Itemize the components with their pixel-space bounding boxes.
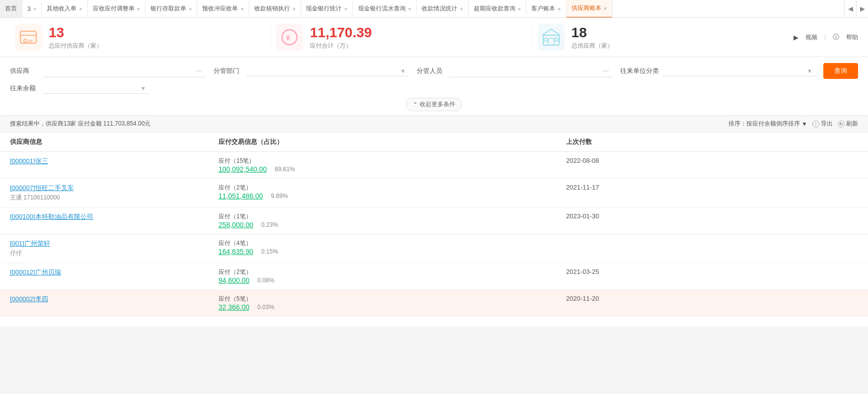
close-icon[interactable]: × bbox=[344, 6, 347, 12]
col-header-supplier: 供应商信息 bbox=[0, 132, 209, 152]
payable-label: 应付（1笔） bbox=[218, 212, 546, 221]
category-input-wrap: ▼ bbox=[662, 66, 816, 76]
nav-tab-cash-flow[interactable]: 现金银行流水查询 × bbox=[353, 0, 417, 18]
close-icon[interactable]: × bbox=[460, 6, 463, 12]
summary-card-payable-suppliers: 13 总应付供应商（家） bbox=[10, 24, 271, 51]
summary-bar-actions: ▶ 视频 | ⓘ 帮助 bbox=[794, 33, 858, 42]
supplier-name-link[interactable]: [000100]本特勒油品有限公司 bbox=[10, 213, 93, 220]
supplier-sub-info: 王通 17106110000 bbox=[10, 194, 199, 202]
collapse-up-icon: ⌃ bbox=[413, 101, 418, 108]
data-table-wrap: 供应商信息 应付交易信息（占比） 上次付数 [000001]张三应付（15笔）1… bbox=[0, 132, 868, 327]
balance-caret-icon[interactable]: ▼ bbox=[141, 85, 146, 91]
person-dots-btn[interactable]: ··· bbox=[602, 66, 609, 75]
category-caret-icon[interactable]: ▼ bbox=[807, 68, 812, 74]
total-suppliers-label: 总供应商（家） bbox=[572, 42, 613, 50]
nav-tab-receipt-stats[interactable]: 收款情况统计 × bbox=[417, 0, 468, 18]
supplier-name-link[interactable]: [000001]张三 bbox=[10, 157, 48, 165]
collapse-button[interactable]: ⌃ 收起更多条件 bbox=[406, 98, 462, 111]
svg-text:¥: ¥ bbox=[286, 34, 290, 42]
nav-tab-collection[interactable]: 收款核销执行 × bbox=[249, 0, 301, 18]
help-icon: ⓘ bbox=[833, 33, 839, 42]
payable-percentage: 89.61% bbox=[275, 166, 295, 173]
nav-tab-cash-stats[interactable]: 现金银行统计 × bbox=[301, 0, 353, 18]
nav-tab-supplier-ledger[interactable]: 供应商账本 × bbox=[567, 0, 612, 18]
svg-rect-10 bbox=[555, 38, 558, 41]
query-button[interactable]: 查询 bbox=[823, 63, 858, 79]
nav-tab-customer-ledger[interactable]: 客户账本 × bbox=[526, 0, 566, 18]
nav-prev-arrow[interactable]: ◀ bbox=[844, 0, 856, 18]
payable-amount[interactable]: 11,051,486.00 bbox=[218, 192, 263, 200]
nav-tab-adjustment[interactable]: 应收应付调整单 × bbox=[88, 0, 145, 18]
payable-label: 应付（4笔） bbox=[218, 239, 546, 248]
filter-supplier: 供应商 ··· bbox=[10, 65, 206, 77]
refresh-button[interactable]: ↻ 刷新 bbox=[838, 120, 858, 128]
last-pay-cell bbox=[556, 234, 868, 263]
nav-tab-other-income[interactable]: 其他收入单 × bbox=[42, 0, 87, 18]
summary-total-text: 11,170.39 应付合计（万） bbox=[310, 24, 372, 51]
dept-caret-icon[interactable]: ▼ bbox=[400, 68, 406, 74]
nav-tab-home[interactable]: 首页 bbox=[0, 0, 22, 18]
close-icon[interactable]: × bbox=[240, 6, 243, 12]
supplier-input-wrap: ··· bbox=[43, 65, 206, 77]
payable-amount[interactable]: 258,000.00 bbox=[218, 221, 253, 229]
dept-input[interactable] bbox=[249, 67, 401, 74]
payable-label: 应付（2笔） bbox=[218, 268, 546, 276]
top-navigation: 首页 3 × 其他收入单 × 应收应付调整单 × 银行存取款单 × 预收冲应收单… bbox=[0, 0, 868, 18]
payable-amount[interactable]: 32,366.00 bbox=[218, 303, 249, 311]
supplier-name-link[interactable]: [000007]恒旺二手叉车 bbox=[10, 184, 74, 192]
nav-tab-3[interactable]: 3 × bbox=[22, 0, 42, 18]
close-icon[interactable]: × bbox=[408, 6, 411, 12]
supplier-name-link[interactable]: [001]广州荣轩 bbox=[10, 240, 50, 247]
export-button[interactable]: ↑ 导出 bbox=[812, 120, 833, 128]
payable-amount[interactable]: 94,600.00 bbox=[218, 276, 249, 284]
supplier-name-link[interactable]: [000002]李四 bbox=[10, 295, 48, 303]
payable-percentage: 0.23% bbox=[261, 221, 278, 228]
nav-tab-prepaid[interactable]: 预收冲应收单 × bbox=[197, 0, 249, 18]
category-input[interactable] bbox=[665, 67, 807, 74]
refresh-icon: ↻ bbox=[838, 121, 845, 128]
supplier-info-cell: [000007]恒旺二手叉车王通 17106110000 bbox=[0, 179, 209, 207]
payable-info-cell: 应付（2笔）94,600.000.08% bbox=[209, 263, 556, 290]
supplier-input[interactable] bbox=[46, 67, 196, 74]
last-pay-cell: 2023-01-30 bbox=[556, 207, 868, 234]
balance-input[interactable] bbox=[46, 84, 141, 92]
close-icon[interactable]: × bbox=[518, 6, 521, 12]
nav-next-arrow[interactable]: ▶ bbox=[856, 0, 868, 18]
payable-suppliers-label: 总应付供应商（家） bbox=[49, 42, 102, 50]
svg-rect-9 bbox=[544, 38, 547, 41]
close-icon[interactable]: × bbox=[604, 5, 607, 11]
person-input[interactable] bbox=[452, 67, 602, 74]
close-icon[interactable]: × bbox=[292, 6, 295, 12]
person-input-wrap: ··· bbox=[449, 65, 612, 77]
video-link[interactable]: 视频 bbox=[805, 33, 817, 42]
supplier-payable-icon bbox=[15, 24, 42, 51]
svg-rect-7 bbox=[543, 35, 559, 45]
supplier-name-link[interactable]: [000012]广州贝瑞 bbox=[10, 268, 61, 276]
table-row: [000001]张三应付（15笔）100,092,540.0089.61%202… bbox=[0, 152, 868, 179]
supplier-dots-btn[interactable]: ··· bbox=[196, 66, 202, 75]
sort-button[interactable]: 排序：按应付余额倒序排序 ▼ bbox=[728, 120, 807, 128]
close-icon[interactable]: × bbox=[33, 6, 36, 12]
close-icon[interactable]: × bbox=[137, 6, 140, 12]
close-icon[interactable]: × bbox=[79, 6, 82, 12]
nav-tab-bank[interactable]: 银行存取款单 × bbox=[145, 0, 197, 18]
filter-row-2: 往来余额 ▼ bbox=[10, 83, 858, 94]
close-icon[interactable]: × bbox=[189, 6, 192, 12]
help-link[interactable]: 帮助 bbox=[846, 33, 858, 42]
payable-info-cell: 应付（1笔）258,000.000.23% bbox=[209, 207, 556, 234]
summary-payable-text: 13 总应付供应商（家） bbox=[49, 24, 102, 51]
supplier-filter-label: 供应商 bbox=[10, 66, 40, 75]
filter-category: 往来单位分类 ▼ bbox=[620, 66, 816, 76]
payable-amount[interactable]: 100,092,540.00 bbox=[218, 165, 267, 173]
supplier-info-cell: [000002]李四 bbox=[0, 290, 209, 317]
total-payable-label: 应付合计（万） bbox=[310, 42, 372, 50]
balance-input-wrap: ▼ bbox=[43, 83, 149, 94]
last-pay-cell: 2021-03-25 bbox=[556, 263, 868, 290]
nav-tab-overdue[interactable]: 超期应收款查询 × bbox=[469, 0, 526, 18]
payable-amount[interactable]: 164,635.90 bbox=[218, 248, 253, 256]
last-pay-cell: 2022-08-08 bbox=[556, 152, 868, 179]
close-icon[interactable]: × bbox=[558, 6, 561, 12]
summary-bar: 13 总应付供应商（家） ¥ 11,170.39 应付合计（万） bbox=[0, 18, 868, 57]
table-row: [000012]广州贝瑞应付（2笔）94,600.000.08%2021-03-… bbox=[0, 263, 868, 290]
filter-row-1: 供应商 ··· 分管部门 ▼ 分管人员 ··· bbox=[10, 63, 858, 79]
